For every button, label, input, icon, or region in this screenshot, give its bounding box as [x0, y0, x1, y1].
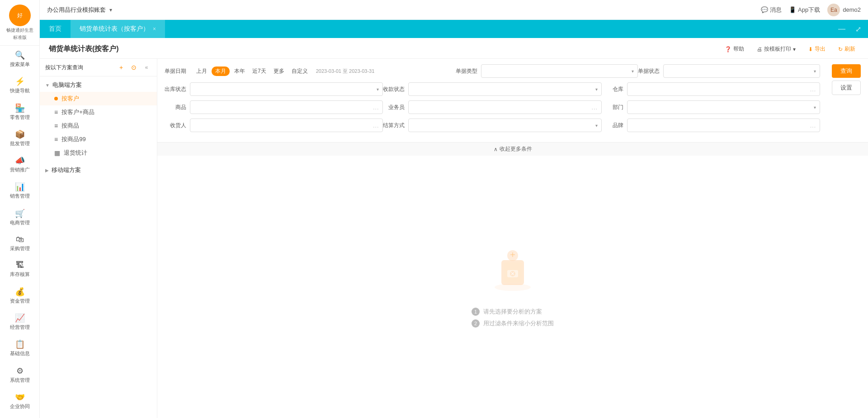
scheme-item-customer[interactable]: 按客户 [40, 92, 157, 105]
logo-icon: 好 [9, 5, 31, 26]
sidebar-item-finance[interactable]: 💰 资金管理 [0, 282, 39, 309]
scheme-item-goods[interactable]: ≡ 按商品 [40, 119, 157, 133]
date-shortcut-last-month[interactable]: 上月 [193, 66, 210, 76]
sidebar-item-baseinfo[interactable]: 📋 基础信息 [0, 335, 39, 361]
sidebar-item-operations[interactable]: 📈 经营管理 [0, 309, 39, 335]
date-shortcut-this-year[interactable]: 本年 [231, 66, 248, 76]
topbar-right: 💬 消息 📱 App下载 Ea demo2 [761, 4, 861, 16]
sidebar-item-baseinfo-label: 基础信息 [10, 350, 30, 356]
brand-select[interactable]: … [627, 119, 820, 132]
goods-label: 商品 [165, 104, 190, 111]
order-type-select[interactable]: ▾ [481, 64, 638, 78]
sidebar-item-collab[interactable]: 🤝 企业协同 [0, 388, 39, 414]
warehouse-select[interactable]: … [627, 82, 820, 96]
sidebar-item-sales-label: 销售管理 [10, 193, 30, 199]
chevron-up-icon: ∧ [494, 146, 498, 152]
tab-close-icon[interactable]: × [153, 26, 156, 32]
salesman-select[interactable]: … [408, 100, 601, 114]
delivery-label: 出库状态 [165, 86, 190, 93]
payment-select[interactable]: ▾ [408, 82, 601, 96]
goods-dots-icon: … [373, 104, 379, 111]
settings-button[interactable]: 设置 [832, 81, 861, 95]
settlement-arrow-icon: ▾ [595, 123, 598, 128]
collapse-panel-icon: « [145, 64, 148, 71]
sidebar-item-operations-label: 经营管理 [10, 324, 30, 330]
scheme-item-customer-goods-icon: ≡ [54, 109, 58, 116]
tab-active[interactable]: 销货单统计表（按客户） × [71, 20, 165, 38]
sidebar-item-purchase[interactable]: 🛍 采购管理 [0, 230, 39, 256]
collapse-conditions-label: 收起更多条件 [500, 145, 532, 153]
tab-maximize-btn[interactable]: ⤢ [852, 23, 864, 35]
message-button[interactable]: 💬 消息 [761, 6, 782, 14]
help-label: 帮助 [733, 45, 744, 53]
order-status-select[interactable]: ▾ [663, 64, 820, 78]
filter-item-payment: 收款状态 ▾ [383, 82, 601, 96]
wholesale-icon: 📦 [15, 129, 25, 139]
sidebar-item-system[interactable]: ⚙ 系统管理 [0, 361, 39, 388]
help-button[interactable]: ❓ 帮助 [721, 43, 748, 55]
recipient-select[interactable]: … [190, 119, 383, 132]
filter-row-2: 出库状态 ▾ 收款状态 [165, 82, 861, 96]
main-area: 办公用品行业模拟账套 ▾ 💬 消息 📱 App下载 Ea demo2 [40, 0, 868, 418]
sidebar-item-quicknav[interactable]: ⚡ 快捷导航 [0, 72, 39, 98]
edit-scheme-btn[interactable]: ⊙ [129, 62, 139, 72]
date-shortcut-this-month[interactable]: 本月 [212, 66, 230, 76]
date-shortcut-custom[interactable]: 自定义 [289, 66, 311, 76]
date-range-text: 2023-03-01 至 2023-03-31 [316, 68, 375, 75]
filter-row-4: 收货人 … 结算方式 [165, 119, 861, 132]
sidebar-item-sales[interactable]: 📊 销售管理 [0, 177, 39, 204]
system-icon: ⚙ [16, 366, 24, 376]
filter-layout: 按以下方案查询 + ⊙ « [40, 59, 868, 418]
topbar-dropdown[interactable]: ▾ [109, 7, 112, 13]
sidebar-item-wholesale[interactable]: 📦 批发管理 [0, 125, 39, 151]
sidebar: 好 畅捷通好生意 标准版 🔍 搜索菜单 ⚡ 快捷导航 🏪 零售管理 📦 批发管理… [0, 0, 40, 418]
dept-select[interactable]: ▾ [627, 100, 820, 114]
scheme-group-mobile-header[interactable]: ▶ 移动端方案 [40, 163, 157, 177]
user-name: demo2 [843, 6, 861, 13]
date-label: 单据日期 [165, 67, 190, 75]
search-icon: 🔍 [15, 50, 25, 60]
message-icon: 💬 [761, 6, 768, 13]
refresh-button[interactable]: ↻ 刷新 [835, 43, 859, 55]
scheme-item-return-icon: ▦ [54, 149, 60, 157]
collapse-conditions-bar[interactable]: ∧ 收起更多条件 [157, 142, 868, 156]
scheme-item-goods99[interactable]: ≡ 按商品99 [40, 133, 157, 146]
sidebar-item-ecommerce-label: 电商管理 [10, 219, 30, 226]
goods-select[interactable]: … [190, 100, 383, 114]
collapse-panel-btn[interactable]: « [142, 62, 151, 72]
export-button[interactable]: ⬇ 导出 [805, 43, 829, 55]
print-label: 按模板打印 [764, 45, 791, 53]
sidebar-item-marketing[interactable]: 📣 营销推广 [0, 151, 39, 177]
app-download-button[interactable]: 📱 App下载 [789, 6, 820, 14]
sidebar-nav: 🔍 搜索菜单 ⚡ 快捷导航 🏪 零售管理 📦 批发管理 📣 营销推广 📊 销售管… [0, 46, 39, 418]
tab-minimize-btn[interactable]: — [835, 23, 848, 35]
help-icon: ❓ [725, 46, 731, 52]
baseinfo-icon: 📋 [15, 339, 25, 349]
page-content: 销货单统计表(按客户) ❓ 帮助 🖨 按模板打印 ▾ ⬇ 导出 [40, 38, 868, 418]
scheme-group-desktop-header[interactable]: ▼ 电脑端方案 [40, 78, 157, 92]
sidebar-item-inventory[interactable]: 🏗 库存核算 [0, 256, 39, 282]
tab-home[interactable]: 首页 [40, 20, 71, 38]
scheme-item-customer-goods[interactable]: ≡ 按客户+商品 [40, 105, 157, 119]
print-button[interactable]: 🖨 按模板打印 ▾ [753, 43, 799, 55]
sidebar-item-wholesale-label: 批发管理 [10, 140, 30, 147]
date-shortcut-7days[interactable]: 近7天 [250, 66, 269, 76]
add-scheme-btn[interactable]: + [116, 62, 126, 72]
filter-item-dept: 部门 ▾ [602, 100, 861, 114]
query-button[interactable]: 查询 [832, 64, 861, 78]
quicknav-icon: ⚡ [15, 76, 25, 86]
scheme-item-customer-goods-label: 按客户+商品 [61, 108, 94, 116]
settlement-select[interactable]: ▾ [408, 119, 601, 132]
sidebar-item-newbie[interactable]: 🎯 新手引导 [0, 414, 39, 418]
user-profile[interactable]: Ea demo2 [827, 4, 861, 16]
delivery-select[interactable]: ▾ [190, 82, 383, 96]
sidebar-item-search[interactable]: 🔍 搜索菜单 [0, 46, 39, 72]
topbar-title: 办公用品行业模拟账套 [47, 6, 106, 14]
empty-state-illustration [486, 247, 540, 300]
sidebar-item-ecommerce[interactable]: 🛒 电商管理 [0, 204, 39, 230]
sidebar-item-retail[interactable]: 🏪 零售管理 [0, 99, 39, 125]
date-shortcut-more[interactable]: 更多 [271, 66, 287, 76]
sidebar-item-marketing-label: 营销推广 [10, 166, 30, 173]
filter-row-1: 单据日期 上月 本月 本年 近7天 更多 自定义 [165, 64, 861, 78]
scheme-item-return[interactable]: ▦ 退货统计 [40, 146, 157, 160]
